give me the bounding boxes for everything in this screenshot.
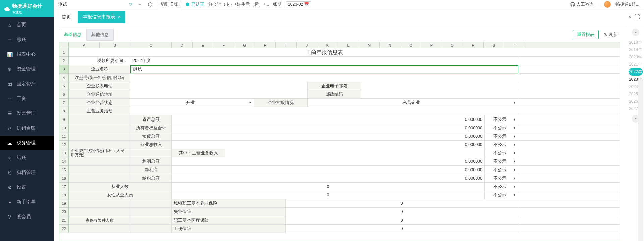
row-header[interactable]: 7 [59,99,69,107]
col-header[interactable]: F [213,42,234,48]
dropdown[interactable]: 不公示▼ [485,132,518,140]
cell-value[interactable] [130,74,518,82]
year-item[interactable]: 2020年 [629,53,643,61]
amount-cell[interactable]: 0.000000 [172,166,485,174]
nav-guide[interactable]: ▸新手引导 [0,195,54,209]
row-header[interactable]: 14 [59,157,69,166]
col-header[interactable]: N [380,42,400,48]
dropdown[interactable]: 不公示▼ [485,115,518,124]
nav-asset[interactable]: ▦固定资产 [0,77,54,91]
col-header[interactable]: L [338,42,359,48]
company-selector[interactable]: 测试 ▽ [58,2,132,7]
col-header[interactable]: C [130,42,172,48]
sheet-tab-basic[interactable]: 基础信息 [59,29,87,41]
cell-value[interactable] [130,82,308,90]
row-header[interactable]: 22 [59,225,69,233]
reset-button[interactable]: 重置报表 [573,30,599,39]
row-header[interactable]: 8 [59,107,69,115]
dropdown[interactable]: 不公示▼ [485,191,518,199]
dropdown[interactable]: 不公示▼ [485,149,518,157]
add-button[interactable]: ＋ [136,1,143,8]
year-up-button[interactable] [632,29,639,36]
row-header[interactable]: 18 [59,191,69,199]
col-header[interactable]: I [276,42,297,48]
col-header[interactable]: J [297,42,317,48]
row-header[interactable]: 19 [59,199,69,208]
verified-badge[interactable]: 已认证 [185,2,204,7]
tab-home[interactable]: 首页 [58,12,74,22]
count-cell[interactable]: 0 [172,183,485,191]
col-header[interactable]: R [463,42,484,48]
nav-tax[interactable]: ☁税务管理 [0,136,54,150]
amount-cell[interactable]: 0.000000 [172,157,485,165]
col-header[interactable]: K [317,42,338,48]
dropdown[interactable]: 不公示▼ [485,124,518,132]
col-header[interactable]: S [484,42,504,48]
close-icon[interactable]: × [118,14,121,19]
app-logo[interactable]: 畅捷通好会计 专业版 [0,0,54,17]
nav-invoice[interactable]: ☰发票管理 [0,106,54,121]
dropdown[interactable]: 开业▼ [130,99,254,107]
close-all-icon[interactable]: × [628,14,631,20]
amount-cell[interactable] [225,149,485,157]
amount-cell[interactable]: 0.000000 [172,115,485,124]
gear-icon[interactable] [147,1,154,8]
period-selector[interactable]: 2023-02 📅 [286,1,311,7]
dropdown[interactable]: 不公示▼ [485,141,518,149]
cell-value[interactable] [130,107,518,115]
user-name[interactable]: 畅捷通B组... [615,2,639,7]
row-header[interactable]: 15 [59,166,69,174]
company-name-cell[interactable]: 测试 [130,65,518,73]
amount-cell[interactable]: 0.000000 [172,132,485,140]
nav-home[interactable]: ⌂首页 [0,17,54,32]
refresh-button[interactable]: ↻ 刷新 [604,32,618,38]
col-header[interactable]: P [421,42,442,48]
nav-archive[interactable]: ⎘归档管理 [0,165,54,180]
col-header[interactable]: D [172,42,193,48]
sheet-tab-other[interactable]: 其他信息 [86,29,114,41]
col-header[interactable]: B [100,42,130,48]
col-header[interactable]: O [400,42,421,48]
avatar[interactable] [604,1,611,8]
row-header[interactable]: 9 [59,115,69,124]
cell-value[interactable] [130,90,308,98]
row-header[interactable]: 13 [59,149,69,157]
row-header[interactable]: 1 [59,48,69,57]
row-header[interactable]: 5 [59,82,69,90]
row-header[interactable]: 2 [59,57,69,65]
cell-value[interactable] [361,82,518,90]
col-header[interactable]: M [359,42,380,48]
dropdown[interactable]: 私营企业▼ [308,99,518,107]
year-item[interactable]: 2018年 [629,39,643,46]
row-header[interactable]: 3 [59,65,69,74]
col-header[interactable]: T [504,42,525,48]
nav-vip[interactable]: V畅会员 [0,209,54,224]
row-header[interactable]: 6 [59,90,69,99]
col-header[interactable]: A [69,42,100,48]
count-cell[interactable]: 0 [286,199,518,207]
col-header[interactable]: E [193,42,213,48]
row-header[interactable]: 17 [59,183,69,191]
count-cell[interactable]: 0 [172,191,485,199]
support-link[interactable]: 🎧 人工咨询 [570,2,594,7]
row-header[interactable]: 20 [59,208,69,216]
count-cell[interactable]: 0 [286,208,518,216]
dropdown[interactable]: 不公示▼ [485,174,518,182]
nav-stock[interactable]: ⇄进销台账 [0,121,54,136]
count-cell[interactable]: 0 [286,225,518,233]
nav-salary[interactable]: ☳工资 [0,91,54,106]
row-header[interactable]: 11 [59,132,69,141]
nav-ledger[interactable]: ☰总账 [0,32,54,47]
col-header[interactable]: G [234,42,255,48]
nav-report[interactable]: 📊报表中心 [0,47,54,62]
amount-cell[interactable]: 0.000000 [172,174,485,182]
nav-close-period[interactable]: ⍟结账 [0,150,54,165]
col-header[interactable]: H [255,42,276,48]
row-header[interactable]: 16 [59,174,69,183]
amount-cell[interactable]: 0.000000 [172,124,485,132]
spreadsheet[interactable]: ABCDEFGHIJKLMNOPQRST 1234567891011121314… [59,42,620,241]
col-header[interactable]: Q [442,42,463,48]
nav-fund[interactable]: ⊛资金管理 [0,62,54,77]
row-header[interactable]: 10 [59,124,69,132]
row-header[interactable]: 4 [59,74,69,82]
